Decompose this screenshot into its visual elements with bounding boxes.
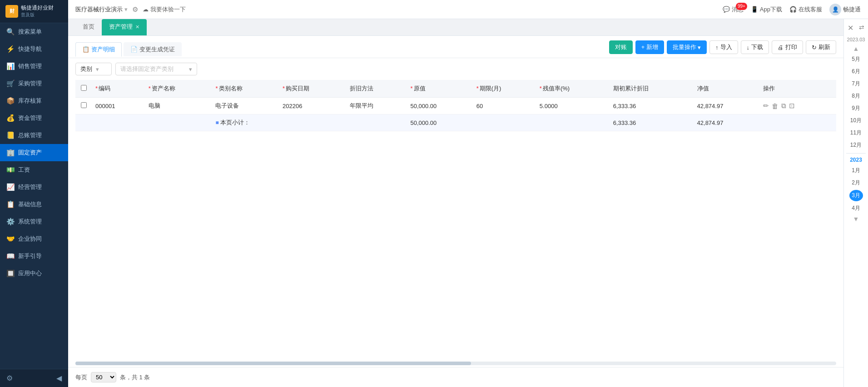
subtotal-empty5	[536, 114, 610, 131]
nav-up-icon[interactable]: ▲	[852, 44, 860, 53]
sidebar-item-label: 总账管理	[18, 131, 42, 139]
month-9[interactable]: 9月	[844, 102, 868, 114]
month-7[interactable]: 7月	[844, 78, 868, 90]
sidebar-item-label: 搜索菜单	[18, 28, 42, 36]
subtotal-original-value: 50,000.00	[407, 114, 472, 131]
toolbar-actions: 对账 + 新增 批量操作 ▾ ↑ 导入	[609, 40, 836, 58]
sales-icon: 📊	[6, 62, 15, 70]
tab-asset-mgmt[interactable]: 资产管理 ✕	[102, 19, 147, 35]
more-icon[interactable]: ⊡	[789, 102, 795, 110]
sidebar-item-funds[interactable]: 💰 资金管理	[0, 109, 68, 127]
header-category: *类别名称	[212, 80, 279, 98]
import-button[interactable]: ↑ 导入	[709, 40, 738, 54]
new-label: + 新增	[641, 43, 658, 51]
cell-period: 60	[473, 98, 536, 114]
category-filter[interactable]: 类别 ▾	[75, 63, 112, 75]
month-11[interactable]: 11月	[844, 127, 868, 139]
copy-icon[interactable]: ⧉	[781, 102, 786, 110]
subtab-depreciation-label: 变更生成凭证	[139, 45, 175, 54]
download-label: 下载	[751, 43, 763, 51]
topbar: 医疗器械行业演示 ▾ ⚙ ☁ 我要体验一下 💬 消息 99+ 📱 App下载 🎧…	[68, 0, 868, 19]
print-button[interactable]: 🖨 打印	[772, 40, 803, 54]
purchase-icon: 🛒	[6, 79, 15, 88]
new-button[interactable]: + 新增	[635, 40, 664, 54]
row-checkbox[interactable]	[81, 102, 87, 108]
sidebar-item-operations[interactable]: 📈 经营管理	[0, 179, 68, 196]
filter-left: 类别 ▾ 请选择固定资产类别 ▾	[75, 63, 197, 75]
right-panel-close-icon[interactable]: ✕	[846, 22, 855, 34]
user-area[interactable]: 👤 畅捷通	[829, 4, 861, 15]
scrollbar-thumb[interactable]	[75, 362, 471, 365]
per-page-select[interactable]: 50 10 20 100	[91, 372, 116, 382]
header-initial-accumulated: 期初累计折旧	[610, 80, 694, 98]
header-original-value: *原值	[407, 80, 472, 98]
settings-button[interactable]: ⚙	[132, 5, 138, 14]
collapse-icon[interactable]: ◀	[56, 374, 62, 382]
sidebar-item-system[interactable]: ⚙️ 系统管理	[0, 213, 68, 230]
horizontal-scrollbar[interactable]	[75, 362, 836, 365]
month-8[interactable]: 8月	[844, 90, 868, 102]
month-3-active[interactable]: 3月	[849, 190, 863, 201]
month-2[interactable]: 2月	[844, 177, 868, 189]
sidebar-item-fixed-assets[interactable]: 🏢 固定资产	[0, 144, 68, 161]
download-button[interactable]: ↓ 下载	[741, 40, 769, 54]
category-input[interactable]: 请选择固定资产类别 ▾	[115, 63, 197, 75]
month-4[interactable]: 4月	[844, 202, 868, 214]
service-icon: 🎧	[789, 6, 797, 13]
edit-icon[interactable]: ✏	[763, 102, 769, 110]
company-selector[interactable]: 医疗器械行业演示 ▾	[75, 5, 128, 14]
tab-close-icon[interactable]: ✕	[135, 24, 139, 30]
sidebar-item-app-center[interactable]: 🔲 应用中心	[0, 265, 68, 282]
import-label: 导入	[720, 43, 732, 51]
subtab-asset-detail[interactable]: 📋 资产明细	[75, 42, 122, 57]
sidebar-item-quick-nav[interactable]: ⚡ 快捷导航	[0, 40, 68, 58]
month-1[interactable]: 1月	[844, 164, 868, 177]
scrollbar-area	[68, 360, 843, 367]
sidebar-item-search[interactable]: 🔍 搜索菜单	[0, 23, 68, 40]
right-panel-expand-icon[interactable]: ⇄	[857, 22, 866, 35]
message-button[interactable]: 💬 消息 99+	[723, 5, 744, 14]
table-header-row: *编码 *资产名称 *类别名称 *购买日期 折旧方法 *原值 *期限(月) *残…	[75, 80, 836, 98]
download-icon: ↓	[747, 44, 750, 51]
sidebar-item-purchase[interactable]: 🛒 采购管理	[0, 75, 68, 92]
refresh-button[interactable]: ↻ 刷新	[806, 40, 836, 54]
import-icon: ↑	[715, 44, 719, 51]
sidebar-item-guide[interactable]: 📖 新手引导	[0, 248, 68, 265]
month-10[interactable]: 10月	[844, 114, 868, 127]
batch-dropdown-icon: ▾	[698, 44, 701, 51]
sidebar-item-basic-info[interactable]: 📋 基础信息	[0, 196, 68, 213]
ledger-icon: 📒	[6, 131, 15, 139]
settings-icon[interactable]: ⚙	[6, 374, 13, 382]
tab-home[interactable]: 首页	[75, 19, 102, 35]
sidebar-item-label: 企业协同	[18, 235, 42, 243]
batch-button[interactable]: 批量操作 ▾	[667, 40, 707, 54]
sidebar-item-cooperation[interactable]: 🤝 企业协同	[0, 230, 68, 248]
app-download-button[interactable]: 📱 App下载	[751, 5, 782, 14]
username: 畅捷通	[843, 5, 861, 14]
app-download-label: App下载	[760, 5, 782, 14]
cell-initial-accumulated: 6,333.36	[610, 98, 694, 114]
delete-icon[interactable]: 🗑	[772, 102, 779, 110]
search-icon: 🔍	[6, 28, 15, 36]
app-center-icon: 🔲	[6, 269, 15, 278]
sidebar-item-label: 库存核算	[18, 97, 42, 105]
sidebar-item-label: 资金管理	[18, 114, 42, 122]
month-5[interactable]: 5月	[844, 53, 868, 65]
tab-home-label: 首页	[83, 23, 94, 30]
subtab-depreciation-voucher[interactable]: 📄 变更生成凭证	[124, 42, 182, 56]
download-icon: 📱	[751, 6, 758, 13]
sidebar-item-sales[interactable]: 📊 销售管理	[0, 58, 68, 75]
month-6[interactable]: 6月	[844, 65, 868, 78]
account-button[interactable]: 对账	[609, 40, 633, 54]
sidebar-item-inventory[interactable]: 📦 库存核算	[0, 92, 68, 109]
sidebar-item-general-ledger[interactable]: 📒 总账管理	[0, 127, 68, 144]
sidebar-item-label: 销售管理	[18, 62, 42, 70]
sidebar-item-payroll[interactable]: 💵 工资	[0, 161, 68, 179]
month-12[interactable]: 12月	[844, 139, 868, 151]
current-year-label: 2023	[844, 155, 868, 164]
tab-asset-mgmt-label: 资产管理	[109, 23, 133, 31]
nav-down-icon[interactable]: ▼	[852, 214, 860, 223]
online-service-button[interactable]: 🎧 在线客服	[789, 5, 822, 14]
select-all-checkbox[interactable]	[81, 85, 87, 91]
experience-button[interactable]: ☁ 我要体验一下	[143, 5, 186, 14]
